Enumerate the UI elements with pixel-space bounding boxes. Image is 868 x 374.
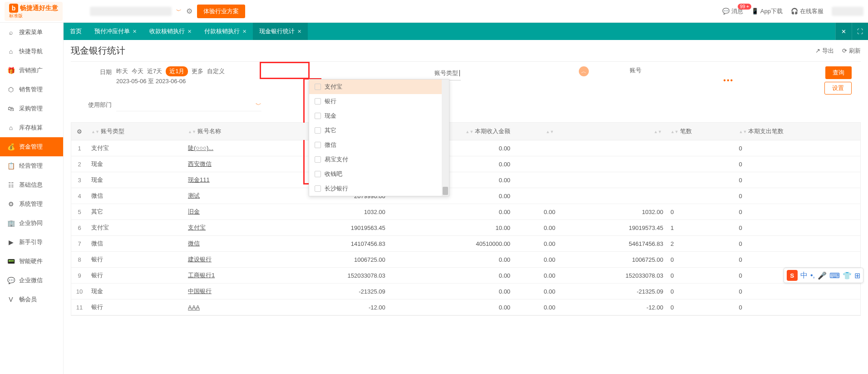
cell-type: 银行 — [88, 268, 184, 284]
close-icon[interactable]: ✕ — [133, 29, 137, 35]
sidebar-item-0[interactable]: ⌕搜索菜单 — [0, 23, 63, 42]
dropdown-item-3[interactable]: 其它 — [309, 123, 449, 138]
checkbox-icon[interactable] — [315, 98, 321, 105]
cell-name-link[interactable]: 支付宝 — [184, 220, 281, 236]
col-header-6[interactable]: ▲▼ — [559, 123, 667, 140]
customer-service-link[interactable]: 🎧 在线客服 — [791, 7, 824, 15]
cell-name-link[interactable]: 陡(○○○)... — [184, 140, 281, 156]
date-opt-3[interactable]: 近1月 — [166, 66, 188, 76]
ime-toolbar[interactable]: S 中 •, 🎤 ⌨ 👕 ⊞ — [784, 268, 863, 283]
tab-4[interactable]: 现金银行统计✕ — [253, 23, 308, 40]
account-type-select[interactable]: 账号类型 — [325, 66, 461, 80]
refresh-button[interactable]: ⟳刷新 — [842, 47, 861, 55]
user-avatar-blurred[interactable] — [832, 7, 863, 16]
cell-name-link[interactable]: 现金111 — [184, 172, 281, 188]
sidebar-item-13[interactable]: 💬企业微信 — [0, 271, 63, 290]
checkbox-icon[interactable] — [315, 142, 321, 148]
col-header-7[interactable]: ▲▼笔数 — [667, 123, 735, 140]
tab-2[interactable]: 收款核销执行✕ — [143, 23, 198, 40]
export-button[interactable]: ↗导出 — [815, 47, 834, 55]
sidebar-item-2[interactable]: 🎁营销推广 — [0, 61, 63, 80]
checkbox-icon[interactable] — [315, 171, 321, 177]
col-header-2[interactable]: ▲▼账号名称 — [184, 123, 281, 140]
sidebar-item-11[interactable]: ▶新手引导 — [0, 233, 63, 252]
fullscreen-button[interactable]: ⛶ — [852, 23, 868, 40]
tab-1[interactable]: 预付冲应付单✕ — [88, 23, 143, 40]
account-no-label: 账号 — [630, 66, 641, 75]
date-opt-0[interactable]: 昨天 — [116, 67, 128, 75]
sort-icon[interactable]: ▲▼ — [671, 130, 679, 133]
sidebar-item-9[interactable]: ⚙系统管理 — [0, 194, 63, 214]
sort-icon[interactable]: ▲▼ — [188, 130, 196, 133]
date-opt-1[interactable]: 今天 — [132, 67, 143, 75]
gear-icon[interactable]: ⚙ — [186, 7, 192, 15]
dropdown-scrollbar[interactable] — [442, 80, 449, 196]
dropdown-item-2[interactable]: 现金 — [309, 109, 449, 123]
col-header-1[interactable]: ▲▼账号类型 — [88, 123, 184, 140]
cell-name-link[interactable]: 微信 — [184, 236, 281, 252]
messages-link[interactable]: 💬 消息 99 + — [722, 7, 743, 15]
tab-0[interactable]: 首页 — [64, 23, 88, 40]
dropdown-item-0[interactable]: 支付宝 — [309, 80, 449, 94]
sort-icon[interactable]: ▲▼ — [91, 130, 99, 133]
cell-name-link[interactable]: 测试 — [184, 188, 281, 204]
date-opt-4[interactable]: 更多 — [192, 67, 203, 75]
sidebar-item-8[interactable]: ☷基础信息 — [0, 175, 63, 194]
cell-name-link[interactable]: 建设银行 — [184, 252, 281, 268]
cell-name-link[interactable]: 工商银行1 — [184, 268, 281, 284]
date-opt-2[interactable]: 近7天 — [147, 67, 162, 75]
gear-icon[interactable]: ⚙ — [77, 128, 82, 135]
cell-name-link[interactable]: AAA — [184, 299, 281, 315]
checkbox-icon[interactable] — [315, 84, 321, 90]
query-button[interactable]: 查询 — [825, 66, 852, 79]
settings-button[interactable]: 设置 — [824, 82, 852, 95]
checkbox-icon[interactable] — [315, 156, 321, 163]
date-opt-5[interactable]: 自定义 — [207, 67, 225, 75]
cell-name-link[interactable]: 旧金 — [184, 204, 281, 220]
microphone-icon[interactable]: 🎤 — [818, 271, 827, 280]
sidebar-item-10[interactable]: 🏢企业协同 — [0, 214, 63, 233]
col-header-8[interactable]: ▲▼本期支出笔数 — [735, 123, 860, 140]
dropdown-item-5[interactable]: 易宝支付 — [309, 152, 449, 167]
sidebar-item-12[interactable]: 📟智能硬件 — [0, 252, 63, 271]
sidebar-item-14[interactable]: V畅会员 — [0, 290, 63, 309]
sidebar-item-6[interactable]: 💰资金管理 — [0, 137, 63, 156]
app-download-link[interactable]: 📱 App下载 — [751, 7, 783, 15]
dropdown-item-4[interactable]: 微信 — [309, 138, 449, 152]
dropdown-item-7[interactable]: 长沙银行 — [309, 181, 449, 196]
ime-punct-icon[interactable]: •, — [810, 271, 815, 279]
keyboard-icon[interactable]: ⌨ — [829, 271, 840, 280]
logo-icon: b — [9, 4, 18, 13]
dept-select[interactable]: ﹀ — [116, 99, 261, 111]
trial-button[interactable]: 体验行业方案 — [197, 5, 245, 18]
cell-name-link[interactable]: 西安微信 — [184, 156, 281, 172]
sidebar-item-4[interactable]: 🛍采购管理 — [0, 99, 63, 118]
sort-icon[interactable]: ▲▼ — [739, 130, 747, 133]
cell-name-link[interactable]: 中国银行 — [184, 284, 281, 299]
sidebar-item-7[interactable]: 📋经营管理 — [0, 156, 63, 175]
checkbox-icon[interactable] — [315, 113, 321, 119]
sort-icon[interactable]: ▲▼ — [465, 130, 473, 133]
sidebar-item-3[interactable]: ⬡销售管理 — [0, 80, 63, 99]
sidebar-item-5[interactable]: ⌂库存核算 — [0, 118, 63, 137]
close-icon[interactable]: ✕ — [187, 29, 192, 35]
checkbox-icon[interactable] — [315, 185, 321, 192]
dropdown-item-1[interactable]: 银行 — [309, 94, 449, 109]
sidebar-item-1[interactable]: ⌂快捷导航 — [0, 42, 63, 61]
tab-3[interactable]: 付款核销执行✕ — [198, 23, 253, 40]
ime-lang[interactable]: 中 — [800, 271, 808, 280]
company-selector[interactable]: ﹀ — [90, 7, 182, 16]
shirt-icon[interactable]: 👕 — [843, 271, 852, 280]
more-dots-icon[interactable]: ••• — [723, 76, 734, 85]
grid-icon[interactable]: ⊞ — [854, 271, 860, 280]
dropdown-item-6[interactable]: 收钱吧 — [309, 167, 449, 181]
sort-icon[interactable]: ▲▼ — [654, 130, 662, 133]
sort-icon[interactable]: ▲▼ — [546, 130, 554, 133]
col-header-5[interactable]: ▲▼ — [514, 123, 559, 140]
close-tab-button[interactable]: ✕ — [835, 23, 852, 40]
sidebar-icon: 📋 — [7, 162, 15, 170]
close-icon[interactable]: ✕ — [297, 29, 301, 35]
checkbox-icon[interactable] — [315, 127, 321, 134]
close-icon[interactable]: ✕ — [242, 29, 247, 35]
collapse-toggle[interactable]: ︿ — [579, 66, 589, 76]
